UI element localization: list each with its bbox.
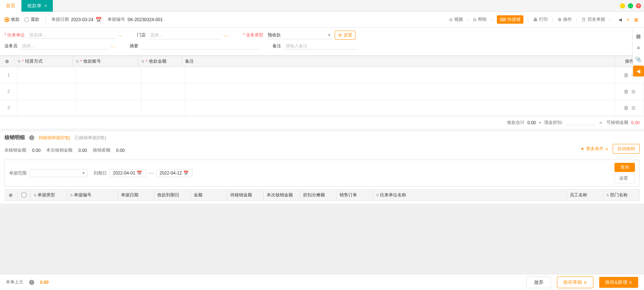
shortcut-icon: ⌨ (500, 17, 506, 22)
td-note-1[interactable] (185, 67, 615, 83)
more-conditions-button[interactable]: ▼ 更多条件 ∧ (580, 146, 608, 152)
query-button[interactable]: 查询 (614, 163, 635, 172)
save-draft-button[interactable]: 保存草稿 ∧ (557, 277, 593, 288)
tab-pending[interactable]: 待核销单据(0笔) (39, 135, 70, 141)
partner-input[interactable] (28, 32, 115, 39)
business-type-select[interactable]: 预收款 ▾ (266, 31, 332, 39)
window-minimize-button[interactable]: ─ (620, 3, 625, 8)
tab-close-icon[interactable]: × (44, 0, 47, 12)
attachment-icon[interactable]: 📎 (633, 54, 644, 65)
discount-input[interactable] (566, 120, 595, 125)
history-button[interactable]: 🗒 历史单据 (582, 16, 605, 23)
bottom-info-icon[interactable]: i (29, 280, 34, 285)
td-amount-1[interactable] (141, 67, 185, 83)
tab-done[interactable]: 已核销单据(0笔) (75, 135, 106, 141)
td-amount-2[interactable] (141, 83, 185, 99)
due-date-end-value: 2022-04-12 (160, 171, 182, 176)
bottom-value: 0.00 (40, 280, 48, 285)
form-row-1: * 往来单位 ··· 门店 选择... ··· * 业务类型 预收款 ▾ ⚙ 设… (4, 31, 640, 40)
save-new-button[interactable]: 保存&新增 ∧ (599, 277, 638, 288)
radio-refund-dot (24, 17, 29, 22)
td-note-3[interactable] (185, 100, 615, 116)
toolbar-right: ⊙ 视频 | ⊙ 帮助 | ⌨ 快捷键 | 🖶 打印 | ⚙ 操作 | 🗒 历史… (449, 15, 640, 24)
window-close-button[interactable]: × (636, 3, 641, 8)
print-button[interactable]: 🖶 打印 (533, 16, 548, 23)
select-all-checkbox[interactable] (21, 193, 26, 197)
shop-more-icon[interactable]: ··· (224, 32, 229, 38)
total-label: 收款合计 (507, 119, 525, 126)
td-account-3[interactable] (76, 100, 141, 116)
summary-input[interactable] (141, 43, 258, 50)
sidebar-icon-1[interactable]: ▦ (633, 31, 644, 42)
td-amount-3[interactable] (141, 100, 185, 116)
sidebar-icon-2[interactable]: ≡ (633, 42, 644, 53)
window-controls: ─ □ × (620, 3, 644, 8)
writeoff-filter-bar: ▼ 更多条件 ∧ 自动核销 (580, 144, 640, 154)
delete-icon-row1[interactable]: 🗑 (624, 72, 629, 78)
due-date-end-calendar-icon: 📅 (183, 171, 189, 176)
partner-sort-icon[interactable]: ⇅ (376, 193, 379, 197)
ops-button[interactable]: ⚙ 操作 (558, 16, 572, 23)
bill-num-value: SK-20230324-001 (127, 17, 162, 22)
remark-input[interactable] (284, 43, 357, 50)
copy-icon-row2[interactable]: ⧉ (632, 89, 635, 95)
grid-view-icon[interactable]: ▦ (632, 16, 640, 23)
prev-icon[interactable]: ◀ (616, 16, 624, 23)
range-select[interactable]: ▾ (30, 169, 88, 177)
td-ops-3: 🗑 ⧉ (615, 100, 644, 116)
num-sort-icon[interactable]: ⇅ (70, 193, 73, 197)
filter-settings-button[interactable]: 设置 (614, 173, 635, 183)
wth-num: ⇅ 单据编号 (67, 190, 118, 200)
abandon-button[interactable]: 放弃 (526, 277, 551, 288)
video-button[interactable]: ⊙ 视频 (449, 16, 463, 23)
filter-icon: ▼ (580, 146, 585, 152)
partner-more-icon[interactable]: ··· (118, 32, 122, 38)
shop-select[interactable]: 选择... (149, 31, 221, 39)
td-settle-1[interactable] (17, 67, 76, 83)
shortcut-button[interactable]: ⌨ 快捷键 (497, 15, 523, 24)
help-button[interactable]: ⊙ 帮助 (473, 16, 487, 23)
due-date-start-calendar-icon: 📅 (137, 171, 142, 176)
form-settings-button[interactable]: ⚙ 设置 (335, 31, 356, 40)
auto-writeoff-button[interactable]: 自动核销 (613, 144, 640, 154)
print-label: 打印 (539, 16, 548, 23)
th-amount-sort-icon[interactable]: ⇅ (141, 59, 144, 63)
td-account-2[interactable] (76, 83, 141, 99)
td-settle-2[interactable] (17, 83, 76, 99)
type-sort-icon[interactable]: ⇅ (34, 193, 36, 197)
list-view-icon[interactable]: ≡ (624, 16, 632, 23)
radio-receipt[interactable]: 收款 (4, 16, 20, 23)
staff-more-icon[interactable]: ··· (111, 43, 115, 49)
delete-icon-row2[interactable]: 🗑 (624, 89, 629, 94)
due-date-end[interactable]: 2022-04-12 📅 (156, 169, 193, 177)
tab-receipt[interactable]: 收款单 × (21, 0, 53, 12)
due-date-label: 到期日 (94, 170, 107, 176)
copy-icon-row3[interactable]: ⧉ (632, 105, 635, 111)
th-settings[interactable]: ⚙ (0, 57, 15, 66)
due-date-start[interactable]: 2022-04-01 📅 (110, 169, 146, 177)
tab-home[interactable]: 首页 (0, 0, 21, 12)
radio-refund[interactable]: 退款 (24, 16, 39, 23)
dept-sort-icon[interactable]: ⇅ (606, 193, 609, 197)
td-idx-1: 1 (0, 67, 17, 83)
writeoff-info-icon[interactable]: i (29, 135, 34, 140)
filter-row: 单据范围 ▾ 到期日 2022-04-01 📅 — 2022-04-12 📅 (4, 160, 640, 187)
delete-icon-row3[interactable]: 🗑 (624, 105, 629, 111)
radio-receipt-label: 收款 (11, 16, 20, 23)
th-account-sort-icon[interactable]: ⇅ (76, 59, 79, 63)
diff-value: 0.00 (116, 148, 125, 153)
shortcut-label: 快捷键 (507, 16, 521, 23)
bill-num-label: 单据编号 (107, 16, 125, 23)
td-account-1[interactable] (76, 67, 141, 83)
wth-checkbox[interactable] (17, 191, 31, 200)
calendar-icon[interactable]: 📅 (95, 17, 102, 23)
td-settle-3[interactable] (17, 100, 76, 116)
th-settle-sort-icon[interactable]: ⇅ (17, 59, 20, 63)
td-note-2[interactable] (185, 83, 615, 99)
staff-input[interactable] (20, 43, 108, 50)
bill-date-field: 单据日期 2023-03-24 📅 (51, 16, 102, 23)
sidebar-icon-4[interactable]: ◀ (633, 66, 644, 77)
wth-settings[interactable]: ⚙ (4, 191, 17, 200)
window-maximize-button[interactable]: □ (628, 3, 633, 8)
ops-label: 操作 (563, 16, 572, 23)
